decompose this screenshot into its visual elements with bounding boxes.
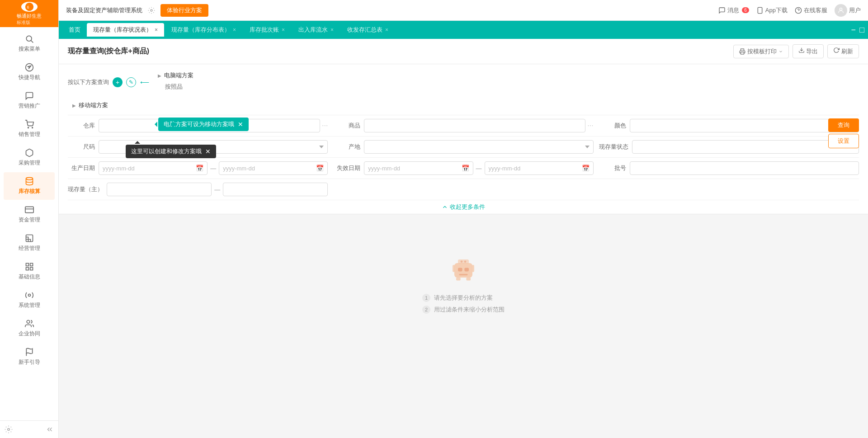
svg-rect-29 xyxy=(458,268,462,271)
sidebar: 6 畅通好生意 标准版 搜索菜单 快捷导航 营销推广 销售管理 采购管理 xyxy=(0,0,59,438)
plan-item-by-product[interactable]: 按照品 xyxy=(158,81,193,92)
sidebar-item-system[interactable]: 系统管理 xyxy=(4,286,55,314)
stock-status-select[interactable] xyxy=(632,140,859,154)
origin-select[interactable] xyxy=(364,140,593,154)
tab-receive-send[interactable]: 收发存汇总表 × xyxy=(341,23,395,37)
filter-field-produce-date: 生产日期 yyyy-mm-dd 📅 — yyyy-mm-dd 📅 xyxy=(68,161,328,175)
edit-plan-tooltip-close[interactable]: ✕ xyxy=(205,148,211,155)
search-btn[interactable]: 查询 xyxy=(828,118,859,132)
product-label: 商品 xyxy=(333,122,360,130)
content-area: 现存量查询(按仓库+商品) 按模板打印 导出 刷新 按 xyxy=(59,39,868,438)
plan-group-arrow: ▶ xyxy=(158,73,161,78)
sidebar-item-guide[interactable]: 新手引导 xyxy=(4,343,55,371)
sidebar-bottom xyxy=(0,420,58,438)
product-dots[interactable]: ··· xyxy=(587,122,593,130)
svg-rect-12 xyxy=(26,264,28,266)
empty-tips: 1 请先选择要分析的方案 2 用过滤条件来缩小分析范围 xyxy=(422,294,505,314)
svg-rect-28 xyxy=(454,263,472,278)
filter-field-stock-qty: 现存量（主） — xyxy=(68,183,328,196)
filter-add-btn[interactable]: + xyxy=(113,77,123,87)
plan-group-desktop-header[interactable]: ▶ 电脑端方案 xyxy=(158,70,193,81)
tab-inventory-dist[interactable]: 现存量（库存分布表） × xyxy=(165,23,242,37)
svg-point-25 xyxy=(840,8,842,10)
produce-date-end[interactable]: yyyy-mm-dd 📅 xyxy=(219,161,328,175)
collapse-row: 收起更多条件 xyxy=(68,200,859,214)
sidebar-item-operations[interactable]: 经营管理 xyxy=(4,229,55,257)
svg-point-2 xyxy=(26,36,32,41)
tab-inventory-status[interactable]: 现存量（库存状况表） × xyxy=(87,23,164,37)
tab-close-3[interactable]: × xyxy=(330,27,334,33)
produce-date-start-calendar-icon[interactable]: 📅 xyxy=(196,165,203,172)
trial-btn[interactable]: 体验行业方案 xyxy=(160,4,208,17)
sidebar-item-search[interactable]: 搜索菜单 xyxy=(4,30,55,57)
expire-date-start[interactable]: yyyy-mm-dd 📅 xyxy=(364,161,473,175)
sidebar-item-enterprise[interactable]: 企业协同 xyxy=(4,315,55,342)
refresh-btn[interactable]: 刷新 xyxy=(827,44,859,58)
filter-header: 按以下方案查询 + ✎ ⟵ ▶ 电脑端方案 按照品 xyxy=(68,70,859,95)
plan-group-mobile-header[interactable]: ▶ 移动端方案 xyxy=(72,99,859,111)
logo-text: 畅通好生意 标准版 xyxy=(17,13,42,26)
sidebar-item-finance[interactable]: 资金管理 xyxy=(4,201,55,228)
app-download-item[interactable]: App下载 xyxy=(756,6,788,14)
filter-edit-btn[interactable]: ✎ xyxy=(126,77,136,87)
empty-tip-1: 1 请先选择要分析的方案 xyxy=(422,294,505,302)
sidebar-item-purchase[interactable]: 采购管理 xyxy=(4,144,55,171)
plan-tooltip-close[interactable]: ✕ xyxy=(238,121,243,128)
plan-group-mobile-arrow: ▶ xyxy=(72,103,76,108)
filter-field-origin: 产地 xyxy=(333,140,593,154)
tab-batch[interactable]: 库存批次账 × xyxy=(243,23,291,37)
filter-row-3: 生产日期 yyyy-mm-dd 📅 — yyyy-mm-dd 📅 xyxy=(68,157,859,179)
produce-date-range: yyyy-mm-dd 📅 — yyyy-mm-dd 📅 xyxy=(99,161,328,175)
reset-btn[interactable]: 设置 xyxy=(828,134,859,148)
sidebar-item-quick-nav[interactable]: 快捷导航 xyxy=(4,58,55,86)
template-print-btn[interactable]: 按模板打印 xyxy=(733,45,789,58)
collapse-icon[interactable] xyxy=(46,425,54,433)
svg-point-7 xyxy=(32,127,33,128)
stock-qty-max[interactable] xyxy=(223,183,328,196)
search-buttons: 查询 设置 xyxy=(828,118,859,148)
settings-icon[interactable] xyxy=(5,425,13,433)
user-item[interactable]: 用户 xyxy=(835,4,861,17)
tab-close-4[interactable]: × xyxy=(385,27,388,33)
header-left: 装备及固定资产辅助管理系统 体验行业方案 xyxy=(66,4,208,17)
produce-date-end-calendar-icon[interactable]: 📅 xyxy=(316,165,324,172)
tab-home[interactable]: 首页 xyxy=(62,23,87,37)
svg-rect-34 xyxy=(456,278,461,280)
filter-field-product: 商品 ··· xyxy=(333,119,593,132)
sidebar-logo: 6 畅通好生意 标准版 xyxy=(0,0,58,27)
warehouse-dots[interactable]: ··· xyxy=(322,122,328,130)
maximize-btn[interactable]: □ xyxy=(859,25,864,35)
settings-gear-icon[interactable] xyxy=(148,7,155,14)
plan-dropdown: ▶ 电脑端方案 按照品 xyxy=(153,70,193,95)
filter-field-color: 颜色 xyxy=(599,119,859,132)
svg-rect-26 xyxy=(741,52,744,54)
plan-group-mobile: ▶ 移动端方案 xyxy=(72,99,859,111)
sidebar-item-basic[interactable]: 基础信息 xyxy=(4,258,55,285)
product-input[interactable] xyxy=(364,119,585,132)
support-item[interactable]: 在线客服 xyxy=(795,6,827,14)
sidebar-item-inventory[interactable]: 库存核算 xyxy=(4,172,55,200)
stock-qty-min[interactable] xyxy=(107,183,212,196)
batch-input[interactable] xyxy=(630,161,859,175)
expire-date-start-calendar-icon[interactable]: 📅 xyxy=(462,165,469,172)
tab-close-0[interactable]: × xyxy=(155,27,158,33)
tab-inout[interactable]: 出入库流水 × xyxy=(292,23,340,37)
minimize-btn[interactable]: − xyxy=(851,25,856,35)
avatar xyxy=(835,4,847,17)
produce-date-start[interactable]: yyyy-mm-dd 📅 xyxy=(99,161,208,175)
filter-arrow-btn[interactable]: ⟵ xyxy=(140,77,150,87)
export-btn[interactable]: 导出 xyxy=(793,44,824,58)
color-select[interactable] xyxy=(630,119,859,132)
svg-rect-21 xyxy=(758,7,762,13)
sidebar-item-sales[interactable]: 销售管理 xyxy=(4,115,55,143)
messages-item[interactable]: 消息 6 xyxy=(718,6,749,14)
origin-label: 产地 xyxy=(333,143,360,151)
msg-badge: 6 xyxy=(742,7,749,13)
tab-close-1[interactable]: × xyxy=(233,27,236,33)
sidebar-item-marketing[interactable]: 营销推广 xyxy=(4,87,55,114)
empty-state-icon xyxy=(445,250,481,287)
collapse-btn[interactable]: 收起更多条件 xyxy=(442,203,485,211)
tab-close-2[interactable]: × xyxy=(282,27,285,33)
expire-date-end-calendar-icon[interactable]: 📅 xyxy=(582,165,590,172)
expire-date-end[interactable]: yyyy-mm-dd 📅 xyxy=(485,161,594,175)
